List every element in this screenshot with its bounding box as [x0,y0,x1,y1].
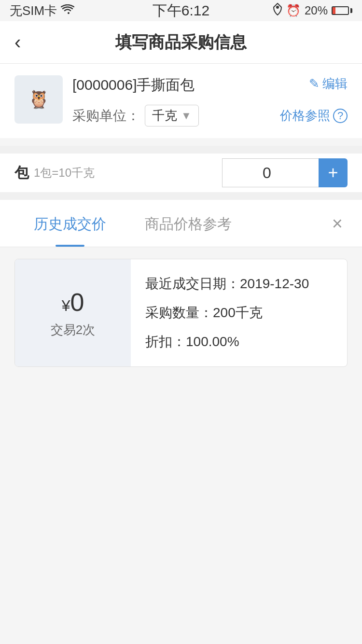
discount-label: 折扣： [145,334,186,349]
page-title: 填写商品采购信息 [115,31,247,54]
unit-select-button[interactable]: 千克 ▼ [145,105,199,126]
price-value: 0 [70,288,84,316]
quantity-input[interactable] [222,158,319,187]
product-name: [0000006]手撕面包 [72,75,195,95]
history-card: ¥0 交易2次 最近成交日期：2019-12-30 采购数量：200千克 折扣：… [14,259,348,367]
tabs-bar: 历史成交价 商品价格参考 × [0,200,362,247]
back-button[interactable]: ‹ [10,27,26,58]
product-thumbnail: 🦉 [14,75,63,124]
purchase-qty-value: 200千克 [213,305,263,320]
nav-bar: ‹ 填写商品采购信息 [0,21,362,64]
tab-product-price-reference[interactable]: 商品价格参考 [125,200,251,247]
history-details-side: 最近成交日期：2019-12-30 采购数量：200千克 折扣：100.00% [131,259,347,366]
history-price-display: ¥0 [62,288,84,317]
purchase-qty-label: 采购数量： [145,305,213,320]
quantity-section: 包 1包=10千克 + [0,154,362,192]
battery-percent: 20% [305,4,328,17]
svg-point-0 [276,6,279,9]
edit-button[interactable]: ✎ 编辑 [309,75,348,92]
recent-date-label: 最近成交日期： [145,276,240,291]
discount-row: 折扣：100.00% [145,332,333,352]
help-icon: ? [333,109,348,123]
status-bar: 无SIM卡 下午6:12 ⏰ 20% [0,0,362,21]
history-price-side: ¥0 交易2次 [15,259,131,366]
quantity-controls: + [222,158,348,187]
product-thumb-icon: 🦉 [28,89,50,110]
location-icon [273,3,282,18]
alarm-icon: ⏰ [286,4,301,17]
status-left: 无SIM卡 [10,2,74,19]
price-ref-label: 价格参照 [280,107,330,124]
package-conversion-label: 1包=10千克 [34,165,95,181]
purchase-qty-row: 采购数量：200千克 [145,303,333,323]
tabs-left: 历史成交价 商品价格参考 [14,200,251,247]
recent-date-row: 最近成交日期：2019-12-30 [145,274,333,294]
product-unit-row: 采购单位： 千克 ▼ 价格参照 ? [72,105,348,126]
history-content: ¥0 交易2次 最近成交日期：2019-12-30 采购数量：200千克 折扣：… [0,247,362,440]
status-right: ⏰ 20% [273,3,352,18]
tab-product-price-reference-label: 商品价格参考 [145,216,232,232]
status-time: 下午6:12 [153,1,209,21]
edit-icon: ✎ [309,76,320,91]
unit-section: 采购单位： 千克 ▼ [72,105,199,126]
unit-dropdown-icon: ▼ [181,110,192,122]
recent-date-value: 2019-12-30 [240,276,309,291]
tab-history-price-label: 历史成交价 [34,216,106,232]
divider-2 [0,192,362,200]
wifi-icon [61,3,74,18]
quantity-plus-button[interactable]: + [319,158,348,187]
battery-icon [332,6,352,15]
edit-label: 编辑 [322,75,348,92]
quantity-label: 包 1包=10千克 [14,163,95,183]
product-card: 🦉 [0000006]手撕面包 ✎ 编辑 采购单位： 千克 ▼ 价格参照 ? [0,64,362,138]
product-header: [0000006]手撕面包 ✎ 编辑 [72,75,348,95]
discount-value: 100.00% [186,334,239,349]
history-trade-count: 交易2次 [51,322,95,338]
unit-label: 采购单位： [72,107,140,125]
tab-close-button[interactable]: × [327,205,348,242]
carrier-text: 无SIM卡 [10,2,57,19]
currency-symbol: ¥ [62,297,70,314]
product-info: [0000006]手撕面包 ✎ 编辑 采购单位： 千克 ▼ 价格参照 ? [72,75,348,126]
tab-history-price[interactable]: 历史成交价 [14,200,125,247]
price-reference-button[interactable]: 价格参照 ? [280,107,348,124]
unit-value: 千克 [152,107,177,124]
divider-1 [0,146,362,154]
package-icon-label: 包 [14,163,29,183]
